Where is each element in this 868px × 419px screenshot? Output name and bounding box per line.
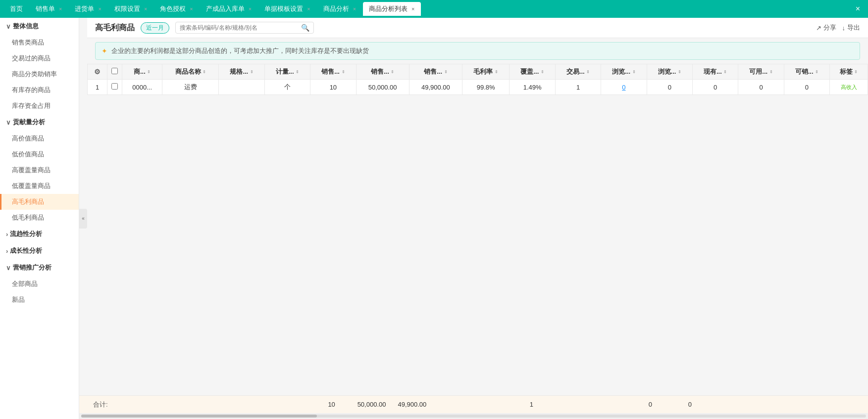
footer-sales-qty: 10 xyxy=(312,401,352,408)
cell-sellable: 0 xyxy=(784,80,829,95)
close-tab-icon[interactable]: × xyxy=(249,6,252,12)
tab-sales-order[interactable]: 销售单 × xyxy=(30,2,68,16)
col-header-browse1[interactable]: 浏览... ⇕ xyxy=(601,64,647,80)
cell-name: 运费 xyxy=(162,80,219,95)
col-header-name[interactable]: 商品名称 ⇕ xyxy=(162,64,219,80)
sort-icon: ⇕ xyxy=(203,70,206,74)
row-checkbox[interactable] xyxy=(111,83,118,90)
scrollbar-thumb[interactable] xyxy=(81,415,317,418)
close-tab-icon[interactable]: × xyxy=(98,6,101,12)
tab-purchase-order[interactable]: 进货单 × xyxy=(69,2,107,16)
footer-available: 0 xyxy=(670,401,710,408)
footer-sales-cost: 49,900.00 xyxy=(392,401,432,408)
group-arrow-icon: ∨ xyxy=(6,23,11,30)
sidebar-item-high-margin[interactable]: 高毛利商品 xyxy=(0,194,79,210)
table-container: ⚙ 商... ⇕ 商品名称 ⇕ xyxy=(87,64,868,395)
sidebar-item-traded-goods[interactable]: 交易过的商品 xyxy=(0,50,79,66)
cell-browse1[interactable]: 0 xyxy=(601,80,647,95)
sidebar-item-low-value[interactable]: 低价值商品 xyxy=(0,146,79,162)
col-header-check xyxy=(107,64,122,80)
close-tab-icon[interactable]: × xyxy=(190,6,193,12)
sort-icon: ⇕ xyxy=(147,70,151,74)
sidebar-group-contribution[interactable]: ∨ 贡献量分析 xyxy=(0,114,79,131)
sort-icon: ⇕ xyxy=(296,70,299,74)
sidebar-item-low-margin[interactable]: 低毛利商品 xyxy=(0,210,79,226)
sidebar-group-trend[interactable]: › 流趋性分析 xyxy=(0,226,79,242)
col-header-coverage[interactable]: 覆盖... ⇕ xyxy=(510,64,555,80)
sidebar-item-high-coverage[interactable]: 高覆盖量商品 xyxy=(0,162,79,178)
col-header-available[interactable]: 可用... ⇕ xyxy=(738,64,784,80)
group-arrow-icon: › xyxy=(6,247,8,255)
sidebar-item-sales-goods[interactable]: 销售类商品 xyxy=(0,35,79,50)
close-tab-icon[interactable]: × xyxy=(144,6,147,12)
select-all-checkbox[interactable] xyxy=(111,68,118,74)
sidebar-item-new-goods[interactable]: 新品 xyxy=(0,292,79,308)
gear-icon: ⚙ xyxy=(94,68,101,76)
sort-icon: ⇕ xyxy=(632,70,636,74)
horizontal-scrollbar[interactable] xyxy=(79,413,868,419)
window-close-button[interactable]: × xyxy=(852,4,864,13)
col-header-spec[interactable]: 规格... ⇕ xyxy=(219,64,264,80)
top-navigation: 首页 销售单 × 进货单 × 权限设置 × 角色授权 × 产成品入库单 × 单据… xyxy=(0,0,868,18)
sidebar-item-stock-capital[interactable]: 库存资金占用 xyxy=(0,98,79,114)
footer-trade: 1 xyxy=(511,401,551,408)
cell-check xyxy=(107,80,122,95)
table-header-row: ⚙ 商... ⇕ 商品名称 ⇕ xyxy=(88,64,868,80)
tab-product-analysis-list[interactable]: 商品分析列表 × xyxy=(363,2,420,16)
close-tab-icon[interactable]: × xyxy=(307,6,310,12)
col-header-stock[interactable]: 现有... ⇕ xyxy=(692,64,738,80)
cell-num: 1 xyxy=(88,80,107,95)
col-header-sellable[interactable]: 可销... ⇕ xyxy=(784,64,829,80)
footer-label: 合计: xyxy=(87,400,114,409)
close-tab-icon[interactable]: × xyxy=(353,6,356,12)
col-header-browse2[interactable]: 浏览... ⇕ xyxy=(647,64,692,80)
search-icon[interactable]: 🔍 xyxy=(301,24,309,32)
sidebar-item-low-coverage[interactable]: 低覆盖量商品 xyxy=(0,178,79,194)
col-header-gear[interactable]: ⚙ xyxy=(88,64,107,80)
sort-icon: ⇕ xyxy=(586,70,590,74)
sidebar-item-all-goods[interactable]: 全部商品 xyxy=(0,276,79,292)
cell-browse2: 0 xyxy=(647,80,692,95)
tab-product-analysis[interactable]: 商品分析 × xyxy=(317,2,362,16)
page-title: 高毛利商品 xyxy=(95,23,135,33)
sort-icon: ⇕ xyxy=(678,70,681,74)
sidebar-group-marketing[interactable]: ∨ 营销推广分析 xyxy=(0,259,79,276)
col-header-tag[interactable]: 标签 ⇕ xyxy=(830,64,868,80)
scrollbar-track xyxy=(81,415,866,418)
sidebar-collapse-button[interactable]: « xyxy=(79,209,87,229)
tab-role-auth[interactable]: 角色授权 × xyxy=(154,2,199,16)
cell-unit: 个 xyxy=(264,80,310,95)
action-buttons: ↗ 分享 ↓ 导出 xyxy=(816,23,861,32)
home-tab[interactable]: 首页 xyxy=(4,4,29,13)
sort-icon: ⇕ xyxy=(769,70,773,74)
col-header-sales-qty[interactable]: 销售... ⇕ xyxy=(310,64,356,80)
share-button[interactable]: ↗ 分享 xyxy=(816,23,836,32)
date-filter-button[interactable]: 近一月 xyxy=(141,22,169,34)
cell-stock: 0 xyxy=(692,80,738,95)
sort-icon: ⇕ xyxy=(815,70,818,74)
col-header-unit[interactable]: 计量... ⇕ xyxy=(264,64,310,80)
col-header-sales-cost[interactable]: 销售... ⇕ xyxy=(409,64,462,80)
close-tab-icon[interactable]: × xyxy=(59,6,62,12)
sidebar-item-high-value[interactable]: 高价值商品 xyxy=(0,131,79,146)
export-button[interactable]: ↓ 导出 xyxy=(842,23,861,32)
sidebar-item-category-sales-rate[interactable]: 商品分类助销率 xyxy=(0,66,79,82)
sidebar-item-in-stock-goods[interactable]: 有库存的商品 xyxy=(0,82,79,98)
col-header-gross-rate[interactable]: 毛利率 ⇕ xyxy=(462,64,510,80)
search-input[interactable] xyxy=(180,24,298,31)
tab-template-settings[interactable]: 单据模板设置 × xyxy=(258,2,316,16)
footer-sales-amount: 50,000.00 xyxy=(352,401,392,408)
col-header-trade[interactable]: 交易... ⇕ xyxy=(555,64,601,80)
tab-product-inbound[interactable]: 产成品入库单 × xyxy=(200,2,257,16)
col-header-code[interactable]: 商... ⇕ xyxy=(122,64,162,80)
cell-code: 0000... xyxy=(122,80,162,95)
cell-spec xyxy=(219,80,264,95)
col-header-sales-amount[interactable]: 销售... ⇕ xyxy=(356,64,409,80)
sidebar-group-growth[interactable]: › 成长性分析 xyxy=(0,242,79,259)
sidebar: ∨ 整体信息 销售类商品 交易过的商品 商品分类助销率 有库存的商品 库存资金占… xyxy=(0,18,79,419)
sidebar-group-overall[interactable]: ∨ 整体信息 xyxy=(0,18,79,35)
cell-trade: 1 xyxy=(555,80,601,95)
tab-permission-settings[interactable]: 权限设置 × xyxy=(108,2,153,16)
tag-badge: 高收入 xyxy=(841,84,857,90)
close-tab-icon[interactable]: × xyxy=(411,6,414,12)
